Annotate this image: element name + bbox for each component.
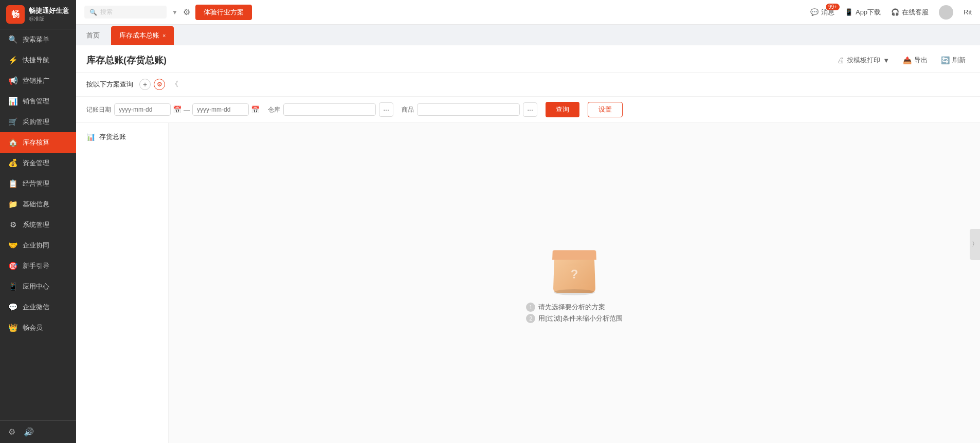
trial-btn[interactable]: 体验行业方案 [195,5,252,20]
warehouse-field: 仓库 ··· [268,102,393,117]
warehouse-more-btn[interactable]: ··· [379,102,393,117]
sidebar-sales-label: 销售管理 [23,97,49,106]
sidebar-item-basic[interactable]: 📁 基础信息 [0,194,76,215]
sidebar-item-finance[interactable]: 💰 资金管理 [0,153,76,173]
sidebar-guide-icon: 🎯 [8,261,17,271]
sidebar-quick-nav-label: 快捷导航 [23,56,49,65]
logo-sub: 标准版 [29,15,69,23]
tab-close-icon[interactable]: × [162,32,166,39]
sidebar-finance-icon: 💰 [8,158,17,168]
sidebar-member-label: 畅会员 [23,323,43,332]
tab-home[interactable]: 首页 [76,26,110,45]
print-icon: 🖨 [837,56,844,64]
tab-inventory-ledger[interactable]: 库存成本总账 × [111,26,174,45]
refresh-btn[interactable]: 🔄 刷新 [937,54,970,67]
sidebar-item-quick-nav[interactable]: ⚡ 快捷导航 [0,50,76,70]
sidebar-item-app-center[interactable]: 📱 应用中心 [0,276,76,297]
print-btn[interactable]: 🖨 按模板打印 ▼ [833,54,894,67]
right-panel-close[interactable]: 〉 [970,229,980,260]
filter-bar: 按以下方案查询 + ⚙ 《 [76,73,980,97]
sidebar-item-enterprise[interactable]: 🤝 企业协同 [0,235,76,256]
filter-collapse-btn[interactable]: 《 [171,80,178,89]
data-area: 1 请先选择要分析的方案 2 用[过滤]条件来缩小分析范围 [169,123,980,443]
refresh-icon: 🔄 [941,56,950,64]
page-panel: 库存总账(存货总账) 🖨 按模板打印 ▼ 📤 导出 🔄 刷新 [76,45,980,443]
refresh-label: 刷新 [952,56,966,65]
empty-shadow-graphic [554,289,595,295]
export-icon: 📤 [903,56,912,64]
export-btn[interactable]: 📤 导出 [899,54,932,67]
empty-box-graphic [553,257,596,293]
scheme-panel: 📊 存货总账 1 请先选择要分析的方案 [76,123,980,443]
filter-actions: + ⚙ [139,79,165,90]
sidebar-purchase-label: 采购管理 [23,117,49,127]
filter-add-btn[interactable]: + [139,79,151,90]
tip-1-text: 请先选择要分析的方案 [538,303,605,312]
sidebar-enterprise-label: 企业协同 [23,241,49,250]
print-chevron-icon: ▼ [883,57,890,64]
online-service-btn[interactable]: 🎧 在线客服 [891,8,929,17]
filter-settings-btn[interactable]: ⚙ [154,79,165,90]
sidebar-item-marketing[interactable]: 📢 营销推广 [0,70,76,91]
sidebar-item-operation[interactable]: 📋 经营管理 [0,173,76,194]
scheme-item-icon: 📊 [86,133,95,141]
sidebar-item-member[interactable]: 👑 畅会员 [0,317,76,338]
empty-state: 1 请先选择要分析的方案 2 用[过滤]条件来缩小分析范围 [526,241,622,325]
logo-text: 畅捷通好生意 标准版 [29,6,69,23]
date-to-input[interactable] [192,103,249,116]
sidebar-item-search[interactable]: 🔍 搜索菜单 [0,29,76,50]
sidebar-sales-icon: 📊 [8,97,17,106]
scheme-item-inventory[interactable]: 📊 存货总账 [81,128,163,146]
scheme-item-label: 存货总账 [99,132,126,141]
date-label: 记账日期 [86,105,111,114]
search-icon: 🔍 [89,9,97,16]
tip-2-num: 2 [526,314,535,323]
warehouse-input[interactable] [283,103,376,116]
topbar-gear-icon[interactable]: ⚙ [183,7,190,17]
sidebar-app-center-icon: 📱 [8,282,17,291]
sidebar-purchase-icon: 🛒 [8,117,17,127]
user-avatar[interactable] [939,5,953,20]
page-header: 库存总账(存货总账) 🖨 按模板打印 ▼ 📤 导出 🔄 刷新 [76,45,980,73]
app-download-btn[interactable]: 📱 App下载 [845,8,881,17]
page-title: 库存总账(存货总账) [86,54,167,66]
tip-1-num: 1 [526,303,535,312]
topbar: 🔍 搜索 ▼ ⚙ 体验行业方案 💬 消息 99+ 📱 App下载 🎧 在线客服 … [76,0,980,25]
calendar-from-icon[interactable]: 📅 [173,105,182,114]
sidebar-logo: 畅 畅捷通好生意 标准版 [0,0,76,29]
sidebar-item-guide[interactable]: 🎯 新手引导 [0,256,76,276]
goods-input[interactable] [417,103,520,116]
sidebar-inventory-label: 库存核算 [23,138,49,147]
empty-illustration [543,241,605,292]
settings-button[interactable]: 设置 [588,102,623,117]
date-input-wrapper: 📅 — 📅 [114,103,260,116]
logo-main: 畅捷通好生意 [29,6,69,15]
sidebar: 畅 畅捷通好生意 标准版 🔍 搜索菜单 ⚡ 快捷导航 📢 营销推广 📊 销售管理… [0,0,76,443]
goods-more-btn[interactable]: ··· [523,102,537,117]
main-area: 🔍 搜索 ▼ ⚙ 体验行业方案 💬 消息 99+ 📱 App下载 🎧 在线客服 … [76,0,980,443]
message-btn[interactable]: 💬 消息 99+ [810,8,834,17]
date-separator: — [184,106,190,114]
topbar-search[interactable]: 🔍 搜索 [84,6,167,19]
settings-icon[interactable]: ⚙ [8,427,15,437]
sidebar-bottom: ⚙ 🔊 [0,420,76,443]
sidebar-wechat-icon: 💬 [8,303,17,312]
date-from-input[interactable] [114,103,171,116]
scheme-sidebar: 📊 存货总账 [76,123,169,443]
date-field: 记账日期 📅 — 📅 [86,103,260,116]
empty-tips: 1 请先选择要分析的方案 2 用[过滤]条件来缩小分析范围 [526,300,622,325]
volume-icon[interactable]: 🔊 [24,427,34,437]
sidebar-app-center-label: 应用中心 [23,282,49,291]
sidebar-item-system[interactable]: ⚙ 系统管理 [0,215,76,235]
topbar-chevron-icon[interactable]: ▼ [172,9,178,16]
service-icon: 🎧 [891,8,899,16]
calendar-to-icon[interactable]: 📅 [251,105,260,114]
sidebar-item-inventory[interactable]: 🏠 库存核算 [0,132,76,153]
sidebar-member-icon: 👑 [8,323,17,332]
sidebar-item-purchase[interactable]: 🛒 采购管理 [0,112,76,132]
sidebar-item-sales[interactable]: 📊 销售管理 [0,91,76,112]
username[interactable]: Rit [964,8,972,16]
message-badge: 99+ [826,4,840,10]
search-button[interactable]: 查询 [546,102,579,117]
sidebar-item-wechat[interactable]: 💬 企业微信 [0,297,76,317]
